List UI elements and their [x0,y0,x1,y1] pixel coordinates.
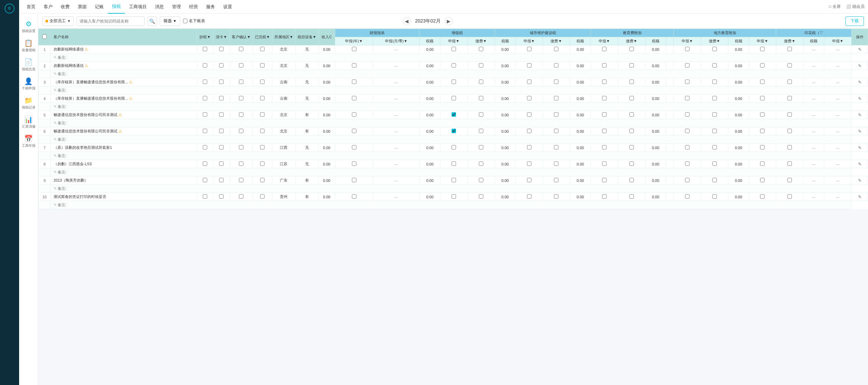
vat-pay-cb[interactable] [479,47,483,51]
chaoshui-checkbox[interactable] [203,194,207,199]
cell-urban-pay[interactable] [543,176,570,185]
urban-pay-cb[interactable] [554,178,558,182]
vat-pay-cb[interactable] [479,63,483,68]
cell-chaoshui[interactable] [197,176,213,185]
cell-caibao-year[interactable] [335,111,373,119]
cell-urban-declare[interactable] [515,144,543,152]
remark-pencil-icon[interactable]: ✎ [54,121,57,125]
nav-tax[interactable]: 报税 [108,0,125,14]
caibao-year-cb[interactable] [352,96,356,100]
cell-vat-declare[interactable] [440,160,468,168]
urban-dec-cb[interactable] [527,178,531,182]
paid-checkbox[interactable] [260,145,265,149]
sidebar-item-tax-report[interactable]: 📄 报税总览 [19,55,38,74]
cell-local-declare2[interactable] [749,111,776,119]
cell-caibao-year[interactable] [335,95,373,103]
cell-urban-declare[interactable] [515,62,543,70]
cell-urban-pay[interactable] [543,78,570,86]
confirm-checkbox[interactable] [239,112,243,117]
cell-local-declare2[interactable] [749,193,776,201]
cell-action[interactable]: ✎ [852,193,868,201]
cell-urban-declare[interactable] [515,95,543,103]
sidebar-item-summary[interactable]: 📊 汇算清缴 [19,113,38,131]
caibao-year-cb[interactable] [352,194,356,199]
cell-edu-declare[interactable] [591,95,618,103]
local-dec2-cb[interactable] [760,129,765,133]
cell-local-pay[interactable] [701,176,728,185]
caibao-year-cb[interactable] [352,47,356,51]
cell-action[interactable]: ✎ [852,127,868,136]
cell-chaoshui[interactable] [197,127,213,136]
confirm-checkbox[interactable] [239,161,243,166]
urban-pay-cb[interactable] [554,194,558,199]
vat-dec-cb[interactable] [452,63,456,68]
stamp-pay-cb[interactable] [787,112,792,117]
nav-invoice[interactable]: 票据 [74,0,91,14]
cell-local-pay[interactable] [701,193,728,201]
cell-qingka[interactable] [213,78,230,86]
chaoshui-checkbox[interactable] [203,178,207,182]
confirm-checkbox[interactable] [239,47,243,51]
cell-action[interactable]: ✎ [852,160,868,168]
cell-urban-pay[interactable] [543,111,570,119]
urban-dec-cb[interactable] [527,194,531,199]
cell-local-declare2[interactable] [749,95,776,103]
cell-action[interactable]: ✎ [852,95,868,103]
search-button[interactable]: 🔍 [147,16,157,26]
edu-dec-cb[interactable] [602,194,607,199]
remark-pencil-icon[interactable]: ✎ [54,170,57,174]
cell-urban-declare[interactable] [515,111,543,119]
cell-paid[interactable] [253,78,272,86]
cell-vat-declare[interactable] [440,144,468,152]
fullscreen-btn[interactable]: □ 全屏 [829,4,841,10]
download-button[interactable]: 下载 [845,16,864,26]
local-dec-cb[interactable] [685,63,689,68]
qingka-checkbox[interactable] [219,178,224,182]
edu-dec-cb[interactable] [602,145,607,149]
remark-pencil-icon[interactable]: ✎ [54,154,57,158]
urban-pay-cb[interactable] [554,145,558,149]
vat-pay-cb[interactable] [479,145,483,149]
urban-dec-cb[interactable] [527,129,531,133]
cell-local-declare[interactable] [674,95,701,103]
edu-pay-cb[interactable] [629,129,634,133]
cell-chaoshui[interactable] [197,45,213,54]
cell-urban-declare[interactable] [515,127,543,136]
cell-local-declare[interactable] [674,144,701,152]
vat-dec-cb[interactable] [452,178,456,182]
cell-confirm[interactable] [230,62,253,70]
cell-local-declare2[interactable] [749,78,776,86]
cell-action[interactable]: ✎ [852,144,868,152]
paid-checkbox[interactable] [260,129,265,133]
cell-local-pay[interactable] [701,144,728,152]
cell-stamp-pay[interactable] [776,144,803,152]
paid-checkbox[interactable] [260,47,265,51]
vat-pay-cb[interactable] [479,161,483,166]
cell-confirm[interactable] [230,176,253,185]
checkbox-label[interactable]: 名下账表 [183,18,205,24]
cell-edu-pay[interactable] [618,111,645,119]
cell-action[interactable]: ✎ [852,111,868,119]
cell-vat-pay[interactable] [468,127,495,136]
search-input[interactable] [76,16,145,26]
nav-home[interactable]: 首页 [23,0,40,14]
edu-pay-cb[interactable] [629,161,634,166]
local-dec2-cb[interactable] [760,63,765,68]
edit-icon[interactable]: ✎ [858,113,862,117]
cell-urban-pay[interactable] [543,95,570,103]
cell-vat-pay[interactable] [468,176,495,185]
paid-checkbox[interactable] [260,96,265,100]
cell-local-declare2[interactable] [749,176,776,185]
cell-edu-declare[interactable] [591,144,618,152]
next-page-button[interactable]: ▶ [445,17,453,25]
sidebar-item-personal-tax[interactable]: 👤 个税申报 [19,74,38,93]
cell-edu-pay[interactable] [618,176,645,185]
cell-edu-pay[interactable] [618,95,645,103]
caibao-year-cb[interactable] [352,178,356,182]
cell-chaoshui[interactable] [197,62,213,70]
cell-urban-pay[interactable] [543,45,570,54]
edit-icon[interactable]: ✎ [858,162,862,167]
edu-dec-cb[interactable] [602,112,607,117]
cell-edu-pay[interactable] [618,78,645,86]
cell-local-pay[interactable] [701,160,728,168]
